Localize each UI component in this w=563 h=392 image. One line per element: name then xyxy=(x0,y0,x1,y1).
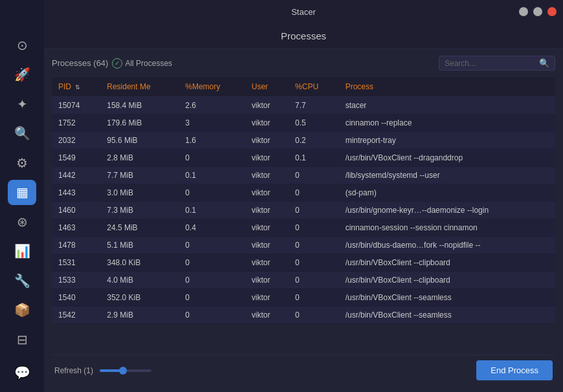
cell-process: /usr/bin/VBoxClient --clipboard xyxy=(339,254,555,272)
sidebar-item-tools[interactable]: 🔧 xyxy=(8,268,36,294)
cell-process: cinnamon --replace xyxy=(339,114,555,132)
cell-pct-memory: 2.6 xyxy=(179,97,245,114)
cell-pct-memory: 0 xyxy=(179,254,245,272)
cell-user: viktor xyxy=(245,167,289,184)
cell-pid: 1540 xyxy=(52,289,100,307)
cell-memory: 352.0 KiB xyxy=(100,289,179,307)
cell-cpu: 0 xyxy=(289,184,339,202)
cell-pid: 1443 xyxy=(52,184,100,202)
cell-cpu: 0 xyxy=(289,307,339,324)
sort-icon-pid: ⇅ xyxy=(75,84,80,91)
cell-user: viktor xyxy=(245,114,289,132)
cell-process: /usr/bin/gnome-keyr…--daemonize --login xyxy=(339,202,555,219)
window-controls: − □ × xyxy=(519,7,557,16)
cell-user: viktor xyxy=(245,184,289,202)
search-box[interactable]: 🔍 xyxy=(439,56,555,71)
cell-memory: 158.4 MiB xyxy=(100,97,179,114)
cell-pid: 2032 xyxy=(52,132,100,149)
cell-cpu: 0.5 xyxy=(289,114,339,132)
sidebar-item-apps[interactable]: ✦ xyxy=(8,91,36,117)
cell-user: viktor xyxy=(245,272,289,289)
table-row[interactable]: 1460 7.3 MiB 0.1 viktor 0 /usr/bin/gnome… xyxy=(52,202,555,219)
table-row[interactable]: 1540 352.0 KiB 0 viktor 0 /usr/bin/VBoxC… xyxy=(52,289,555,307)
cell-pct-memory: 1.6 xyxy=(179,132,245,149)
cell-process: /usr/bin/VBoxClient --draganddrop xyxy=(339,149,555,167)
maximize-button[interactable]: □ xyxy=(533,7,542,16)
cell-pid: 1549 xyxy=(52,149,100,167)
cell-process: /lib/systemd/systemd --user xyxy=(339,167,555,184)
cell-pct-memory: 0.1 xyxy=(179,202,245,219)
table-row[interactable]: 1752 179.6 MiB 3 viktor 0.5 cinnamon --r… xyxy=(52,114,555,132)
table-row[interactable]: 15074 158.4 MiB 2.6 viktor 7.7 stacer xyxy=(52,97,555,114)
cell-process: /usr/bin/VBoxClient --seamless xyxy=(339,307,555,324)
col-pid[interactable]: PID ⇅ xyxy=(52,77,100,97)
cell-pid: 1542 xyxy=(52,307,100,324)
sidebar-item-resources[interactable]: 📊 xyxy=(8,239,36,265)
cell-user: viktor xyxy=(245,132,289,149)
cell-memory: 7.3 MiB xyxy=(100,202,179,219)
cell-process: cinnamon-session --session cinnamon xyxy=(339,219,555,237)
search-input[interactable] xyxy=(445,59,535,68)
sidebar-item-settings[interactable]: ⚙ xyxy=(8,150,36,176)
cell-memory: 5.1 MiB xyxy=(100,237,179,254)
table-row[interactable]: 1443 3.0 MiB 0 viktor 0 (sd-pam) xyxy=(52,184,555,202)
sidebar-item-dashboard[interactable]: ⊙ xyxy=(8,32,36,58)
cell-process: /usr/bin/VBoxClient --seamless xyxy=(339,289,555,307)
cell-memory: 348.0 KiB xyxy=(100,254,179,272)
sidebar-item-disk[interactable]: ⊛ xyxy=(8,209,36,235)
table-row[interactable]: 1549 2.8 MiB 0 viktor 0.1 /usr/bin/VBoxC… xyxy=(52,149,555,167)
cell-memory: 2.8 MiB xyxy=(100,149,179,167)
close-button[interactable]: × xyxy=(547,7,557,16)
main-panel: Stacer − □ × Processes Processes (64) ✓ … xyxy=(44,0,563,392)
slider-thumb xyxy=(119,367,127,375)
cell-user: viktor xyxy=(245,149,289,167)
table-row[interactable]: 1542 2.9 MiB 0 viktor 0 /usr/bin/VBoxCli… xyxy=(52,307,555,324)
sidebar-item-packages[interactable]: 📦 xyxy=(8,298,36,323)
cell-cpu: 7.7 xyxy=(289,97,339,114)
table-row[interactable]: 1463 24.5 MiB 0.4 viktor 0 cinnamon-sess… xyxy=(52,219,555,237)
cell-pid: 1460 xyxy=(52,202,100,219)
col-pct-memory: %Memory xyxy=(179,77,245,97)
table-header-row: PID ⇅ Resident Me %Memory User %CPU Proc… xyxy=(52,77,555,97)
cell-user: viktor xyxy=(245,289,289,307)
minimize-button[interactable]: − xyxy=(519,7,528,16)
cell-cpu: 0 xyxy=(289,167,339,184)
cell-pct-memory: 0 xyxy=(179,307,245,324)
sidebar-item-startup[interactable]: 🚀 xyxy=(8,62,36,88)
cell-pid: 1478 xyxy=(52,237,100,254)
sidebar-item-chat[interactable]: 💬 xyxy=(8,360,36,386)
table-row[interactable]: 1531 348.0 KiB 0 viktor 0 /usr/bin/VBoxC… xyxy=(52,254,555,272)
end-process-button[interactable]: End Process xyxy=(476,360,553,380)
sidebar-item-search[interactable]: 🔍 xyxy=(8,121,36,147)
search-icon: 🔍 xyxy=(539,58,549,68)
cell-pid: 1463 xyxy=(52,219,100,237)
table-row[interactable]: 1442 7.7 MiB 0.1 viktor 0 /lib/systemd/s… xyxy=(52,167,555,184)
cell-pid: 1442 xyxy=(52,167,100,184)
cell-cpu: 0.2 xyxy=(289,132,339,149)
sidebar-item-services[interactable]: ⊟ xyxy=(8,327,36,353)
col-process: Process xyxy=(339,77,555,97)
cell-process: stacer xyxy=(339,97,555,114)
all-processes-badge: ✓ All Processes xyxy=(112,58,172,69)
cell-user: viktor xyxy=(245,237,289,254)
cell-pid: 1752 xyxy=(52,114,100,132)
sidebar: ⊙ 🚀 ✦ 🔍 ⚙ ▦ ⊛ 📊 🔧 📦 ⊟ 💬 xyxy=(0,0,44,392)
titlebar: Stacer − □ × xyxy=(44,0,563,23)
cell-user: viktor xyxy=(245,307,289,324)
table-row[interactable]: 1478 5.1 MiB 0 viktor 0 /usr/bin/dbus-da… xyxy=(52,237,555,254)
cell-user: viktor xyxy=(245,219,289,237)
cell-memory: 7.7 MiB xyxy=(100,167,179,184)
cell-pct-memory: 0.1 xyxy=(179,167,245,184)
cell-cpu: 0 xyxy=(289,254,339,272)
process-table-container[interactable]: PID ⇅ Resident Me %Memory User %CPU Proc… xyxy=(52,77,555,351)
cell-pid: 1531 xyxy=(52,254,100,272)
col-memory: Resident Me xyxy=(100,77,179,97)
topbar: Processes (64) ✓ All Processes 🔍 xyxy=(52,56,555,71)
refresh-slider[interactable] xyxy=(100,369,151,372)
cell-pct-memory: 0 xyxy=(179,184,245,202)
cell-cpu: 0 xyxy=(289,289,339,307)
table-row[interactable]: 2032 95.6 MiB 1.6 viktor 0.2 mintreport-… xyxy=(52,132,555,149)
sidebar-item-processes[interactable]: ▦ xyxy=(8,180,36,206)
cell-cpu: 0 xyxy=(289,237,339,254)
table-row[interactable]: 1533 4.0 MiB 0 viktor 0 /usr/bin/VBoxCli… xyxy=(52,272,555,289)
